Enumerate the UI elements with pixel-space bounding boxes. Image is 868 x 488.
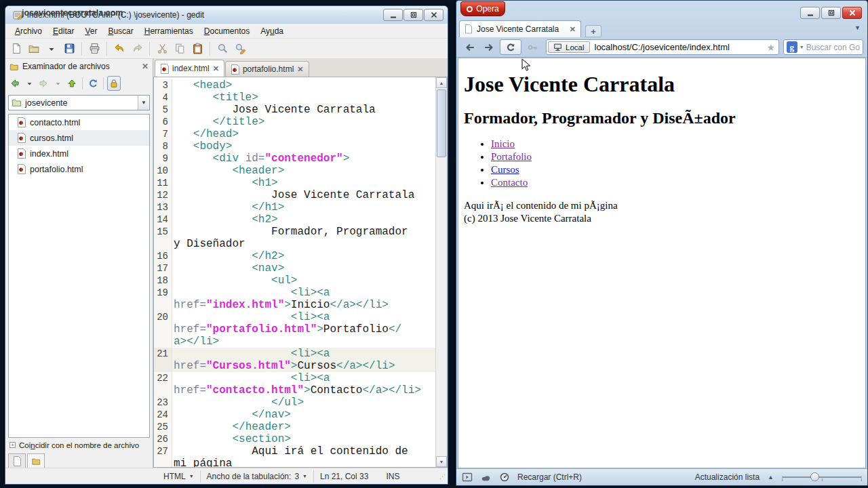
language-selector[interactable]: HTML▼ [157,470,200,483]
menu-herramientas[interactable]: Herramientas [139,24,199,38]
menu-documentos[interactable]: Documentos [199,24,255,38]
documents-panel-tab[interactable] [8,453,26,468]
editor-tab-index-html[interactable]: index.html✕ [155,60,224,77]
html-file-icon[interactable] [17,133,26,143]
reload-button[interactable] [500,39,521,55]
panel-toggle-icon[interactable] [462,472,473,483]
new-document-icon[interactable] [11,43,22,54]
print-icon[interactable] [89,43,100,54]
menu-buscar[interactable]: Buscar [102,24,138,38]
forward-button[interactable] [37,76,50,91]
refresh-icon[interactable] [87,78,98,89]
back-button[interactable] [8,76,22,91]
html-file-icon[interactable] [17,117,26,127]
open-dropdown-button[interactable] [43,41,60,57]
file-item[interactable]: contacto.html [9,115,149,130]
back-icon[interactable] [9,78,20,89]
back-dropdown-icon[interactable] [26,79,33,87]
tab-width-selector[interactable]: Ancho de la tabulación:3▼ [201,470,313,483]
redo-icon[interactable] [132,43,143,54]
new-document-button[interactable] [8,41,24,57]
scrollbar-thumb[interactable] [437,89,446,157]
match-filename-row[interactable]: + Coincidir con el nombre de archivo [5,438,153,452]
file-browser-panel-tab[interactable] [27,453,45,468]
html-file-icon[interactable] [17,148,26,159]
expander-icon[interactable]: + [9,442,16,448]
find-replace-button[interactable] [232,41,248,57]
menu-editar[interactable]: Editar [47,24,79,38]
resize-grip[interactable]: ⋰ [439,473,446,480]
forward-icon[interactable] [480,39,498,56]
folder-dropdown-icon[interactable]: ▼ [138,96,149,110]
copy-button[interactable] [172,41,188,57]
local-badge[interactable]: Local [548,41,590,53]
search-engine-dropdown-icon[interactable]: ▼ [800,45,804,49]
html-file-icon[interactable] [231,64,239,75]
new-tab-button[interactable]: + [585,25,601,37]
copy-icon[interactable] [174,43,186,54]
update-ready-label[interactable]: Actualización lista [695,472,760,482]
file-item[interactable]: index.html [9,146,149,161]
opera-link-cloud-icon[interactable] [480,472,492,482]
open-folder-icon[interactable] [28,43,40,54]
opera-turbo-icon[interactable] [499,472,510,483]
tab-close-icon[interactable]: ✕ [570,25,576,34]
scroll-up-icon[interactable]: ▲ [436,77,447,88]
menu-ver[interactable]: Ver [79,24,102,38]
opera-restore-button[interactable] [821,7,841,19]
lock-button[interactable] [107,76,121,91]
bookmark-star-icon[interactable]: ★ [766,42,775,53]
page-link-cursos[interactable]: Cursos [491,164,519,175]
folder-selector[interactable]: josevicente ▼ [8,95,150,110]
back-dropdown-button[interactable] [22,76,36,91]
page-link-portafolio[interactable]: Portafolio [491,151,532,162]
forward-dropdown-icon[interactable] [55,79,61,87]
key-icon[interactable] [524,39,541,56]
undo-icon[interactable] [114,43,125,54]
find-replace-icon[interactable] [235,43,246,54]
reload-label[interactable]: Recargar (Ctrl+R) [517,472,582,482]
tab-list-chevron-icon[interactable]: ▼ [854,24,861,31]
redo-button[interactable] [129,41,145,57]
page-link-contacto[interactable]: Contacto [491,177,528,188]
forward-dropdown-button[interactable] [51,76,64,91]
scroll-down-icon[interactable]: ▼ [436,456,447,467]
opera-menu-button[interactable]: Opera [460,1,505,16]
menu-ayuda[interactable]: Ayuda [255,24,289,38]
find-button[interactable] [214,41,231,57]
close-button[interactable] [424,9,443,21]
tab-close-icon[interactable]: ✕ [213,64,219,73]
refresh-button[interactable] [86,76,100,91]
open-dropdown-icon[interactable] [48,44,55,54]
editor-tab-portafolio-html[interactable]: portafolio.html✕ [225,61,309,77]
html-file-icon[interactable] [160,64,169,74]
cut-button[interactable] [154,41,170,57]
zoom-slider[interactable] [782,472,862,482]
paste-icon[interactable] [192,43,203,54]
browser-tab[interactable]: Jose Vicente Carratala ✕ [459,20,581,37]
editor-scrollbar[interactable]: ▲ ▼ [435,77,447,467]
back-icon[interactable] [460,39,478,56]
up-button[interactable] [65,76,79,91]
zoom-slider-knob[interactable] [810,472,819,481]
forward-icon[interactable] [38,78,49,89]
url-text[interactable]: localhost/C:/josevicente/index.html [590,42,767,52]
file-item[interactable]: cursos.html [9,130,149,146]
address-field[interactable]: Local localhost/C:/josevicente/index.htm… [546,39,779,55]
tab-close-icon[interactable]: ✕ [297,65,303,74]
find-icon[interactable] [217,43,229,54]
open-folder-button[interactable] [26,41,42,57]
gedit-titlebar[interactable]: index.html (BOOTCAMP (C:) \josevicente) … [5,6,448,24]
page-link-inicio[interactable]: Inicio [491,138,515,149]
restore-button[interactable] [403,9,423,21]
opera-minimize-button[interactable] [800,7,820,19]
update-chevron-icon[interactable]: ▲ [768,474,774,481]
code-editor[interactable]: 3 <head>4 <title>5 Jose Vicente Carratal… [154,77,435,467]
html-file-icon[interactable] [17,164,26,174]
lock-icon[interactable] [108,78,119,89]
undo-button[interactable] [111,41,127,57]
opera-close-button[interactable] [842,7,862,19]
print-button[interactable] [86,41,102,57]
paste-button[interactable] [189,41,205,57]
up-icon[interactable] [66,78,77,89]
